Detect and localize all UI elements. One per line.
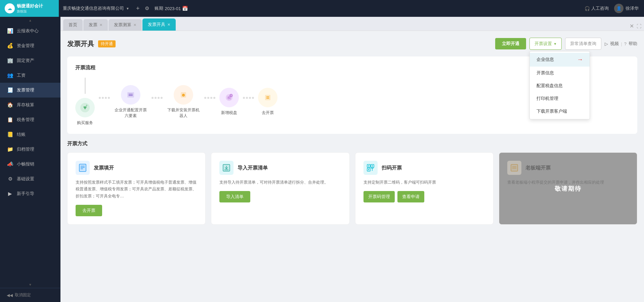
gongzi-icon: 👥	[7, 72, 13, 78]
dropdown-label: 下载开票客户端	[536, 109, 567, 114]
saoma-btn1[interactable]: 开票码管理	[363, 191, 395, 202]
activate-btn[interactable]: 立即开通	[495, 38, 526, 49]
step-3-icon: ☻	[174, 85, 193, 105]
company-selector[interactable]: 重庆畅捷交通信息咨询有限公司 ▼	[59, 4, 133, 13]
saoma-btn2[interactable]: 查看申请	[397, 191, 424, 202]
sidebar-item-gongzi[interactable]: 👥 工资	[0, 68, 60, 83]
sidebar-label: 新手引导	[17, 191, 34, 197]
sidebar-item-guidang[interactable]: 📁 归档管理	[0, 142, 60, 157]
sidebar-item-shuiwu[interactable]: 📋 税务管理	[0, 112, 60, 127]
sidebar-label: 归档管理	[17, 146, 34, 152]
sidebar-label: 基础设置	[17, 176, 34, 182]
daoru-icon	[219, 161, 233, 175]
period-info: 账期 2023-01 📅	[152, 5, 190, 11]
calendar-icon[interactable]: 📅	[182, 6, 188, 11]
step-1-icon: ♥+	[75, 98, 95, 117]
logo-icon: ☁	[5, 3, 15, 13]
dropdown-item-kaipiao[interactable]: 开票信息	[530, 67, 590, 79]
tab-label: 发票开具	[148, 22, 165, 28]
svg-rect-15	[79, 164, 86, 172]
tab-fapiao[interactable]: 发票 ✕	[83, 19, 108, 31]
tab-home[interactable]: 首页	[63, 19, 83, 31]
maximize-window-icon[interactable]: ⛶	[637, 24, 641, 29]
dropdown-arrow-icon: ▼	[126, 7, 129, 10]
close-window-icon[interactable]: ✕	[630, 23, 634, 29]
page-header: 发票开具 待开通 立即开通 开票设置 ▼ 企业信息	[67, 38, 637, 50]
abnormal-btn[interactable]: 异常清单查询	[565, 38, 601, 50]
help-label[interactable]: 帮助	[629, 41, 637, 47]
settings-icon[interactable]: ⚙	[142, 5, 152, 11]
headset-icon: 🎧	[585, 6, 590, 11]
dropdown-item-qiyeinfo[interactable]: 企业信息 →	[530, 53, 590, 67]
step-2: 企业开通配置开票六要素	[114, 85, 147, 119]
connector-4	[239, 97, 258, 99]
sidebar-item-xiaochang[interactable]: 📣 小畅报销	[0, 157, 60, 172]
dropdown-item-peizhi[interactable]: 配置税盘信息	[530, 79, 590, 92]
tab-label: 发票测算	[114, 22, 131, 28]
svg-text:+: +	[86, 104, 88, 107]
sidebar-scroll-down[interactable]: ▼	[0, 281, 60, 288]
tiankao-icon	[76, 161, 90, 175]
daoru-btn[interactable]: 导入清单	[219, 191, 250, 202]
tab-fapiao-cesuan[interactable]: 发票测算 ✕	[109, 19, 142, 31]
svg-rect-28	[372, 165, 373, 166]
dropdown-item-xiazai[interactable]: 下载开票客户端	[530, 105, 590, 118]
video-label[interactable]: 视频	[610, 41, 619, 47]
sidebar-item-zijin[interactable]: 💰 资金管理	[0, 38, 60, 53]
video-help-area: ▷ 视频 | ? 帮助	[605, 41, 637, 47]
sidebar-item-jichushezhi[interactable]: ⚙ 基础设置	[0, 172, 60, 186]
sidebar-item-gudingzichan[interactable]: 🏢 固定资产	[0, 53, 60, 68]
cancel-fixed-btn[interactable]: ◀◀ 取消固定	[0, 288, 60, 302]
settings-btn[interactable]: 开票设置 ▼	[529, 38, 562, 50]
step-4: 税+ 新增税盘	[219, 88, 239, 116]
sidebar-scroll-up[interactable]: ▲	[0, 17, 60, 24]
settings-arrow-icon: ▼	[553, 42, 557, 46]
sidebar-label: 资金管理	[17, 43, 34, 49]
play-icon[interactable]: ▷	[605, 41, 608, 46]
step-3: ☻ 下载并安装开票机器人	[167, 85, 200, 119]
help-icon: ?	[624, 41, 627, 46]
page-title: 发票开具	[67, 39, 94, 48]
step-4-icon: 税+	[219, 88, 239, 107]
methods-title: 开票方式	[67, 141, 637, 147]
step-1: ♥+ 购买服务	[75, 78, 95, 126]
tab-label: 首页	[69, 22, 77, 28]
sidebar-item-jiezhang[interactable]: 📒 结账	[0, 127, 60, 142]
settings-dropdown-container: 开票设置 ▼ 企业信息 → 开票信息	[529, 38, 562, 50]
sidebar-item-fapiao[interactable]: 🧾 发票管理	[0, 83, 60, 98]
consult-btn[interactable]: 🎧 人工咨询	[585, 5, 609, 11]
sidebar-item-kucun[interactable]: 🏠 库存核算	[0, 98, 60, 112]
tiankao-btn[interactable]: 去开票	[76, 205, 102, 216]
company-name: 重庆畅捷交通信息咨询有限公司	[63, 5, 124, 11]
method-card-saoma: 扫码开票 支持定制开票二维码，客户端可扫码开票 开票码管理 查看申请	[355, 152, 493, 225]
user-name: 徐泽华	[626, 5, 639, 11]
sidebar-label: 税务管理	[17, 117, 34, 123]
sidebar-item-xinshouyindao[interactable]: ▶ 新手引导	[0, 186, 60, 201]
step-1-label: 购买服务	[77, 120, 93, 126]
avatar: 👤	[614, 4, 624, 13]
tab-fapiao-kaiju[interactable]: 发票开具 ✕	[142, 18, 176, 31]
svg-rect-27	[368, 165, 369, 166]
tab-close-icon[interactable]: ✕	[99, 23, 102, 27]
sidebar-item-yunbiaobiao[interactable]: 📊 云报表中心	[0, 24, 60, 38]
sidebar-label: 库存核算	[17, 102, 34, 108]
svg-text:+: +	[230, 94, 232, 97]
disabled-overlay: 敬请期待	[499, 153, 637, 224]
xinshou-icon: ▶	[7, 191, 13, 197]
tab-close-icon[interactable]: ✕	[167, 23, 170, 27]
status-badge: 待开通	[98, 40, 116, 47]
dropdown-label: 配置税盘信息	[536, 83, 563, 88]
tab-bar: 首页 发票 ✕ 发票测算 ✕ 发票开具 ✕ ✕ ⛶	[60, 17, 644, 31]
kucun-icon: 🏠	[7, 102, 13, 108]
sidebar-label: 结账	[17, 131, 26, 138]
tab-close-icon[interactable]: ✕	[133, 23, 136, 27]
saoma-desc: 支持定制开票二维码，客户端可扫码开票	[363, 179, 485, 186]
svg-rect-29	[368, 169, 369, 170]
dropdown-item-dayinji[interactable]: 打印机管理	[530, 92, 590, 105]
cancel-label: 取消固定	[15, 292, 31, 298]
cancel-icon: ◀◀	[7, 293, 13, 298]
add-tab-btn[interactable]: +	[133, 5, 142, 12]
user-area[interactable]: 👤 徐泽华	[614, 4, 639, 13]
method-card-tiankao: 发票填开 支持按照发票样式手工填开发票；可开具增值税电子普通发票、增值税普通发票…	[67, 152, 206, 225]
gudingzichan-icon: 🏢	[7, 58, 13, 64]
